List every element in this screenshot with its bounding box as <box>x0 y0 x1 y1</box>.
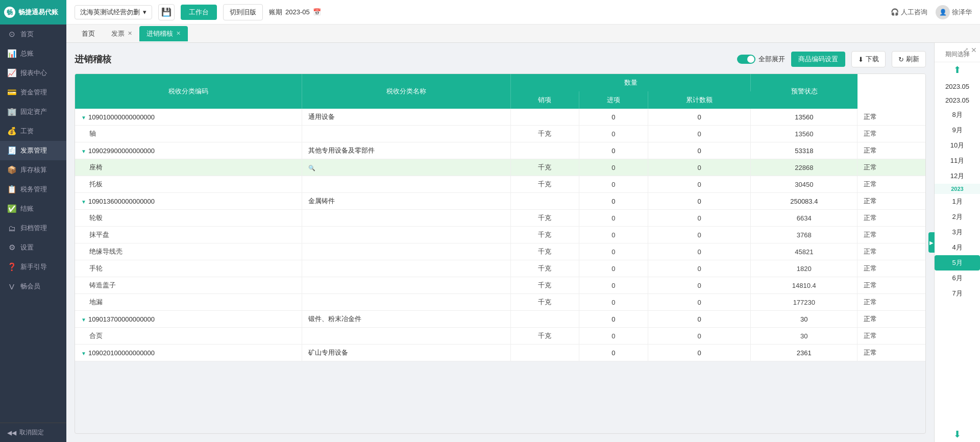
avatar: 👤 <box>936 5 950 19</box>
period-value: 2023-05 <box>285 8 310 16</box>
period-month-item[interactable]: 10月 <box>935 138 980 153</box>
cell-total-qty: 30 <box>751 311 857 328</box>
panel-up-arrow[interactable]: ⬆ <box>951 62 963 78</box>
cell-total-qty: 2361 <box>751 345 857 361</box>
table-row: 合页 千克 0 0 30 正常 <box>75 328 925 345</box>
period-month-item[interactable]: 3月 <box>935 225 980 240</box>
cell-product-name: 座椅 <box>75 159 302 176</box>
calendar-icon[interactable]: 📅 <box>313 8 321 16</box>
sidebar-item-archive[interactable]: 🗂 归档管理 <box>0 218 66 238</box>
expand-icon[interactable]: ▼ <box>81 115 86 120</box>
expand-icon[interactable]: ▼ <box>81 351 86 356</box>
user-menu[interactable]: 👤 徐泽华 <box>936 5 972 19</box>
panel-down-arrow[interactable]: ⬇ <box>951 427 963 442</box>
period-month-item[interactable]: 6月 <box>935 271 980 286</box>
cell-total-qty: 30 <box>751 328 857 345</box>
sidebar-item-invoice[interactable]: 🧾 发票管理 <box>0 141 66 160</box>
sidebar-item-reports[interactable]: 📈 报表中心 <box>0 63 66 83</box>
save-button[interactable]: 💾 <box>158 4 175 20</box>
support-button[interactable]: 🎧 人工咨询 <box>891 8 927 17</box>
expand-icon[interactable]: ▼ <box>81 149 86 154</box>
close-invoice-icon[interactable]: ✕ <box>128 30 132 37</box>
sidebar-cancel-fixed[interactable]: ◀◀ 取消固定 <box>0 423 66 442</box>
cell-tax-name <box>302 126 510 142</box>
th-total-qty: 累计数额 <box>648 91 751 109</box>
logo-icon: 畅 <box>4 7 15 18</box>
cell-unit <box>510 142 579 159</box>
sidebar-item-guide[interactable]: ❓ 新手引导 <box>0 257 66 277</box>
sidebar-item-salary[interactable]: 💰 工资 <box>0 121 66 141</box>
table-row: 铸造盖子 千克 0 0 14810.4 正常 <box>75 277 925 294</box>
sidebar-item-funds[interactable]: 💳 资金管理 <box>0 83 66 102</box>
period-month-item[interactable]: 8月 <box>935 107 980 122</box>
sidebar-label-archive: 归档管理 <box>20 224 47 233</box>
period-item[interactable]: 2023.05 <box>935 93 980 107</box>
sidebar: 畅 畅捷通易代账 ⊙ 首页 📊 总账 📈 报表中心 💳 资金管理 🏢 固定资产 … <box>0 0 66 442</box>
table-row: 抹平盘 千克 0 0 3768 正常 <box>75 227 925 243</box>
inventory-icon: 📦 <box>7 165 16 175</box>
sidebar-label-invoice: 发票管理 <box>20 146 47 155</box>
cell-purchase-qty: 0 <box>648 328 751 345</box>
company-name: 沈海英测试经营勿删 <box>80 8 140 17</box>
sidebar-item-settings[interactable]: ⚙ 设置 <box>0 238 66 257</box>
cell-purchase-qty: 0 <box>648 126 751 142</box>
cell-product-name: 轴 <box>75 126 302 142</box>
expand-icon[interactable]: ▼ <box>81 199 86 205</box>
sidebar-item-inventory[interactable]: 📦 库存核算 <box>0 160 66 180</box>
cell-status: 正常 <box>857 277 925 294</box>
period-month-item[interactable]: 12月 <box>935 168 980 184</box>
period-month-item[interactable]: 7月 <box>935 286 980 301</box>
close-panel-button[interactable]: ✕ <box>971 46 977 54</box>
cell-sale-qty: 0 <box>579 277 648 294</box>
period-month-item[interactable]: 1月 <box>935 194 980 209</box>
period-month-item[interactable]: 5月 <box>935 255 980 271</box>
cell-sale-qty: 0 <box>579 311 648 328</box>
cell-unit: 千克 <box>510 126 579 142</box>
cell-purchase-qty: 0 <box>648 193 751 210</box>
sidebar-item-fixed-assets[interactable]: 🏢 固定资产 <box>0 102 66 121</box>
th-tax-code: 税收分类编码 <box>75 74 302 109</box>
expand-all-toggle[interactable]: 全部展开 <box>737 55 785 64</box>
tab-invoice[interactable]: 发票 ✕ <box>104 26 139 41</box>
period-month-item[interactable]: 4月 <box>935 240 980 255</box>
old-version-button[interactable]: 切到旧版 <box>223 4 263 20</box>
collapse-panel-button[interactable]: ▶ <box>928 232 935 253</box>
period-month-item[interactable]: 11月 <box>935 153 980 168</box>
home-icon: ⊙ <box>7 30 16 39</box>
sidebar-item-ledger[interactable]: 📊 总账 <box>0 44 66 63</box>
salary-icon: 💰 <box>7 127 16 136</box>
sidebar-item-settlement[interactable]: ✅ 结账 <box>0 199 66 218</box>
sidebar-label-reports: 报表中心 <box>20 68 47 78</box>
period-month-item[interactable]: 9月 <box>935 122 980 138</box>
cell-status: 正常 <box>857 328 925 345</box>
toggle-track[interactable] <box>737 55 755 64</box>
period-month-item[interactable]: 2月 <box>935 209 980 225</box>
tabbar: 首页 发票 ✕ 进销稽核 ✕ <box>66 24 980 43</box>
panel-top-controls: ⬆ <box>935 62 980 78</box>
sidebar-item-tax[interactable]: 📋 税务管理 <box>0 180 66 199</box>
reconcile-table: 税收分类编码 税收分类名称 数量 预警状态 销项 进项 累计数额 <box>75 74 925 361</box>
tab-reconcile[interactable]: 进销稽核 ✕ <box>139 26 188 41</box>
tab-home[interactable]: 首页 <box>75 26 102 41</box>
cell-sale-qty: 0 <box>579 176 648 193</box>
refresh-button[interactable]: ↻ 刷新 <box>892 51 926 67</box>
download-button[interactable]: ⬇ 下载 <box>851 51 886 67</box>
period-item[interactable]: 2023.05 <box>935 80 980 93</box>
company-selector[interactable]: 沈海英测试经营勿删 ▾ <box>75 5 152 19</box>
cell-purchase-qty: 0 <box>648 227 751 243</box>
sidebar-item-home[interactable]: ⊙ 首页 <box>0 24 66 44</box>
product-code-button[interactable]: 商品编码设置 <box>791 52 845 67</box>
chevron-down-icon: ▾ <box>143 8 146 16</box>
cell-product-name: 绝缘导线壳 <box>75 243 302 260</box>
expand-panel-button[interactable]: ⤢ <box>963 46 969 54</box>
sidebar-label-funds: 资金管理 <box>20 88 47 97</box>
ledger-icon: 📊 <box>7 49 16 58</box>
sidebar-label-salary: 工资 <box>20 127 34 136</box>
cell-tax-code: ▼109013600000000000 <box>75 193 302 210</box>
sidebar-item-membership[interactable]: V 畅会员 <box>0 277 66 296</box>
sidebar-label-ledger: 总账 <box>20 49 34 58</box>
worktable-button[interactable]: 工作台 <box>181 5 217 20</box>
cell-total-qty: 30450 <box>751 176 857 193</box>
close-reconcile-icon[interactable]: ✕ <box>176 30 181 37</box>
expand-icon[interactable]: ▼ <box>81 317 86 323</box>
